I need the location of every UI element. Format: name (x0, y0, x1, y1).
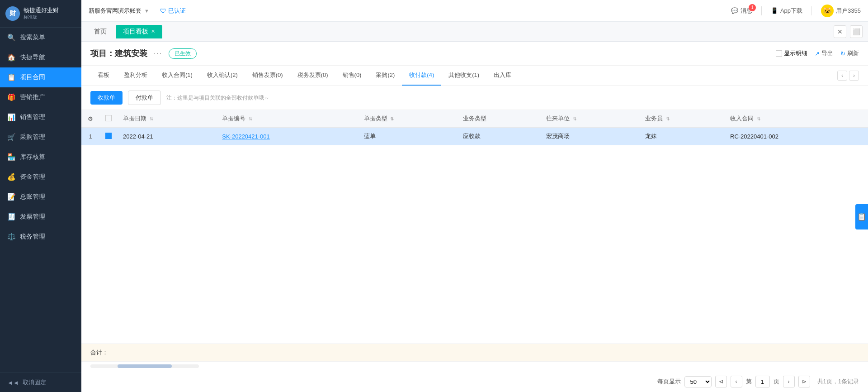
scrollbar-thumb[interactable] (118, 364, 172, 368)
sub-tab-kanban[interactable]: 看板 (90, 66, 117, 86)
unpin-label: 取消固定 (23, 378, 46, 387)
doc-date-column-header[interactable]: 单据日期 ⇅ (118, 110, 217, 128)
close-window-button[interactable]: ✕ (834, 25, 846, 38)
chart-icon: 📊 (7, 113, 15, 121)
sidebar-item-purchase[interactable]: 🛒 采购管理 (0, 127, 81, 147)
sub-tab-stock-inout[interactable]: 出入库 (486, 66, 519, 86)
sidebar-item-inventory[interactable]: 🏪 库存核算 (0, 147, 81, 167)
sidebar: 财 畅捷通好业财 标准版 🔍 搜索菜单 🏠 快捷导航 📋 项目合同 🎁 营销推广… (0, 0, 81, 392)
sidebar-item-invoice[interactable]: 🧾 发票管理 (0, 207, 81, 227)
sub-tab-other-expense[interactable]: 其他收支(1) (441, 66, 486, 86)
sidebar-item-quicknav[interactable]: 🏠 快捷导航 (0, 48, 81, 67)
tab-close-icon[interactable]: ✕ (151, 29, 155, 34)
income-contract-sort-icon: ⇅ (757, 116, 760, 121)
sub-tab-income-confirm[interactable]: 收入确认(2) (200, 66, 245, 86)
row-checkbox[interactable] (105, 133, 112, 139)
sidebar-item-label: 资金管理 (20, 173, 45, 181)
checkbox-column-header[interactable] (99, 110, 118, 128)
project-header: 项目：建筑安装 ··· 已生效 显示明细 ↗ 导出 ↻ 刷新 (81, 42, 868, 66)
cart-icon: 🛒 (7, 133, 15, 141)
page-size-select[interactable]: 50 20 100 (684, 376, 712, 387)
app-label: App下载 (780, 7, 802, 15)
show-detail-toggle[interactable]: 显示明细 (776, 49, 807, 57)
sidebar-item-label: 总账管理 (20, 193, 45, 201)
sidebar-item-ledger[interactable]: 📝 总账管理 (0, 187, 81, 207)
next-page-button[interactable]: › (783, 376, 795, 387)
sidebar-unpin-button[interactable]: ◄◄ 取消固定 (0, 373, 81, 392)
toolbar-note: 注：这里是与项目关联的全部收付款单哦～ (166, 94, 269, 102)
sidebar-item-label: 采购管理 (20, 133, 45, 141)
doc-no-column-header[interactable]: 单据编号 ⇅ (217, 110, 358, 128)
sub-tab-collection[interactable]: 收付款(4) (402, 66, 441, 86)
prev-page-button[interactable]: ‹ (731, 376, 742, 387)
partner-label: 往来单位 (546, 115, 570, 122)
sidebar-item-label: 营销推广 (20, 93, 45, 101)
sub-tab-sales-invoice[interactable]: 销售发票(0) (245, 66, 290, 86)
sub-tabs-next-button[interactable]: › (849, 71, 859, 81)
message-button[interactable]: 💬 消息 1 (731, 7, 752, 15)
select-all-checkbox[interactable] (105, 115, 112, 121)
detail-checkbox[interactable] (776, 50, 782, 57)
page-size-label: 每页显示 (657, 378, 681, 386)
user-menu-button[interactable]: 🐱 用户3355 (821, 5, 861, 17)
payment-order-button[interactable]: 付款单 (128, 91, 161, 105)
tab-home-label: 首页 (94, 28, 107, 36)
sidebar-nav: 🔍 搜索菜单 🏠 快捷导航 📋 项目合同 🎁 营销推广 📊 销售管理 🛒 采购管… (0, 28, 81, 373)
topbar-right: 💬 消息 1 📱 App下载 🐱 用户3355 (731, 5, 861, 17)
collection-order-button[interactable]: 收款单 (90, 91, 123, 105)
maximize-window-button[interactable]: ⬜ (850, 25, 863, 38)
workspace-arrow-icon: ▼ (144, 8, 149, 14)
row-income-contract: RC-20220401-002 (725, 128, 868, 145)
sub-tab-kanban-label: 看板 (98, 72, 109, 78)
sub-tab-profit[interactable]: 盈利分析 (117, 66, 155, 86)
sub-tab-purchase[interactable]: 采购(2) (368, 66, 402, 86)
sidebar-item-tax[interactable]: ⚖️ 税务管理 (0, 227, 81, 247)
partner-column-header[interactable]: 往来单位 ⇅ (541, 110, 640, 128)
sidebar-item-label: 发票管理 (20, 213, 45, 221)
last-page-button[interactable]: ⊳ (798, 376, 810, 387)
sub-tab-tax-invoice[interactable]: 税务发票(0) (290, 66, 335, 86)
pagination: 每页显示 50 20 100 ⊲ ‹ 第 页 › ⊳ 共1页，1条记录 (81, 371, 868, 392)
refresh-button[interactable]: ↻ 刷新 (840, 49, 859, 57)
doc-type-column-header[interactable]: 单据类型 ⇅ (359, 110, 458, 128)
salesperson-column-header[interactable]: 业务员 ⇅ (640, 110, 725, 128)
sub-tab-income-contract[interactable]: 收入合同(1) (155, 66, 200, 86)
data-table-wrap: ⚙ 单据日期 ⇅ 单据编号 ⇅ (81, 110, 868, 344)
income-contract-column-header[interactable]: 收入合同 ⇅ (725, 110, 868, 128)
topbar: 新服务官网演示账套 ▼ 🛡 已认证 💬 消息 1 📱 App下载 🐱 用户335… (81, 0, 868, 22)
doc-type-sort-icon: ⇅ (390, 116, 394, 121)
app-download-button[interactable]: 📱 App下载 (771, 7, 802, 15)
settings-column-header[interactable]: ⚙ (81, 110, 99, 128)
cert-label: 已认证 (168, 7, 186, 15)
doc-date-sort-icon: ⇅ (150, 116, 153, 121)
scrollbar-track (90, 364, 199, 368)
first-page-button[interactable]: ⊲ (715, 376, 727, 387)
page-total-label: 共1页，1条记录 (817, 378, 859, 386)
row-biz-type: 应收款 (458, 128, 541, 145)
sidebar-item-fund[interactable]: 💰 资金管理 (0, 167, 81, 187)
sidebar-item-label: 销售管理 (20, 113, 45, 121)
sidebar-item-project[interactable]: 📋 项目合同 (0, 67, 81, 87)
table-row[interactable]: 1 2022-04-21 SK-20220421-001 蓝单 应收款 宏茂商场… (81, 128, 868, 145)
sub-tabs-prev-button[interactable]: ‹ (837, 71, 847, 81)
row-checkbox-cell[interactable] (99, 128, 118, 145)
refresh-icon: ↻ (840, 50, 845, 57)
sub-tab-sales-invoice-label: 销售发票(0) (252, 72, 283, 78)
tab-home[interactable]: 首页 (87, 25, 114, 38)
sub-tab-sales[interactable]: 销售(0) (335, 66, 369, 86)
doc-no-link[interactable]: SK-20220421-001 (222, 133, 270, 140)
page-number-input[interactable] (755, 376, 770, 387)
export-icon: ↗ (815, 50, 820, 57)
biz-type-column-header: 业务类型 (458, 110, 541, 128)
sidebar-item-marketing[interactable]: 🎁 营销推广 (0, 87, 81, 107)
float-panel-button[interactable]: 📋 (855, 204, 868, 229)
project-menu-icon[interactable]: ··· (154, 49, 162, 57)
tab-project-board[interactable]: 项目看板 ✕ (116, 25, 162, 38)
export-label: 导出 (821, 49, 833, 57)
doc-no-sort-icon: ⇅ (249, 116, 252, 121)
export-button[interactable]: ↗ 导出 (815, 49, 833, 57)
row-doc-no[interactable]: SK-20220421-001 (217, 128, 358, 145)
sidebar-item-sales[interactable]: 📊 销售管理 (0, 107, 81, 127)
workspace-selector[interactable]: 新服务官网演示账套 ▼ (89, 7, 149, 15)
sidebar-item-search[interactable]: 🔍 搜索菜单 (0, 28, 81, 48)
